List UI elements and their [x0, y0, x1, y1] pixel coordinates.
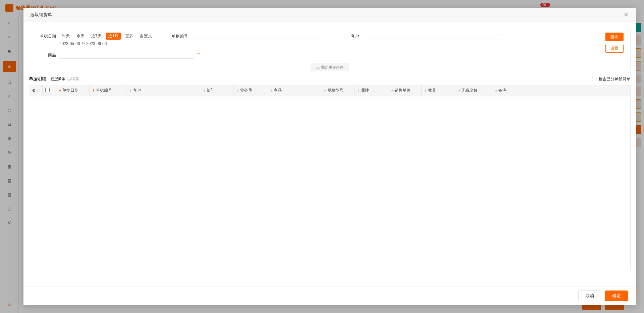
- filter-product: 商品 ···: [36, 51, 201, 59]
- filter-bill-date: 单据日期 昨天 今天 近7天 近1月 更多 自定义 2023: [36, 33, 154, 47]
- filter-label-product: 商品: [36, 51, 59, 59]
- detail-title: 单据明细: [29, 76, 46, 82]
- query-button[interactable]: 查询: [605, 33, 624, 41]
- date-chip-yesterday[interactable]: 昨天: [59, 33, 72, 40]
- column-settings-icon[interactable]: ⚙: [29, 85, 43, 96]
- filter-panel: 单据日期 昨天 今天 近7天 近1月 更多 自定义 2023: [29, 27, 631, 71]
- close-icon[interactable]: ✕: [623, 11, 629, 18]
- chevron-up-icon: ︽: [316, 65, 320, 69]
- col-attr[interactable]: ▲▼属性: [355, 85, 388, 96]
- include-allocated-label: 包含已分摊销货单: [598, 76, 631, 82]
- filter-actions: 查询 设置: [605, 33, 624, 53]
- date-chip-1m[interactable]: 近1月: [106, 33, 121, 40]
- customer-input[interactable]: [362, 33, 496, 40]
- date-chip-7d[interactable]: 近7天: [89, 33, 104, 40]
- col-salesperson[interactable]: ▲▼业务员: [234, 85, 267, 96]
- filter-label-date: 单据日期: [36, 33, 59, 40]
- date-chip-today[interactable]: 今天: [74, 33, 87, 40]
- collapse-label: 收起更多条件: [321, 65, 343, 69]
- modal-footer: 取消 确定: [23, 286, 636, 305]
- filter-bill-code: 单据编号: [168, 33, 325, 47]
- settings-button[interactable]: 设置: [605, 44, 624, 53]
- date-range-display: 2023-05-06 至 2023-06-06: [59, 41, 154, 47]
- detail-table: ⚙ ▲▼单据日期 ▲▼单据编号 ▲▼客户 ▲▼部门 ▲▼业务员 ▲▼商品 ▲▼规…: [29, 85, 631, 96]
- include-allocated-checkbox[interactable]: [592, 77, 596, 81]
- bill-code-input[interactable]: [191, 33, 325, 40]
- collapse-bar: ︽收起更多条件: [36, 63, 624, 71]
- col-bill-date[interactable]: ▲▼单据日期: [56, 85, 90, 96]
- modal-overlay[interactable]: 选取销货单 ✕ 单据日期 昨天 今天 近7天 近1月: [0, 0, 644, 313]
- filter-customer: 客户 ···: [339, 33, 503, 47]
- product-picker-icon[interactable]: ···: [196, 51, 201, 56]
- date-from: 2023-05-06: [59, 41, 80, 46]
- table-body-empty: [29, 96, 631, 271]
- filter-label-customer: 客户: [339, 33, 362, 40]
- confirm-button[interactable]: 确定: [605, 290, 628, 301]
- date-to: 2023-06-06: [86, 41, 107, 46]
- select-all-checkbox[interactable]: [45, 88, 50, 92]
- selected-count: 已选0条: [51, 76, 65, 82]
- col-qty[interactable]: ▲▼数量: [422, 85, 455, 96]
- col-spec[interactable]: ▲▼规格型号: [321, 85, 355, 96]
- cancel-button[interactable]: 取消: [578, 290, 601, 301]
- col-bill-code[interactable]: ▲▼单据编号: [90, 85, 126, 96]
- col-customer[interactable]: ▲▼客户: [126, 85, 200, 96]
- date-chip-more[interactable]: 更多: [123, 33, 136, 40]
- product-input[interactable]: [59, 51, 194, 59]
- col-unit[interactable]: ▲▼销售单位: [388, 85, 422, 96]
- modal-body: 单据日期 昨天 今天 近7天 近1月 更多 自定义 2023: [23, 21, 636, 286]
- date-sep: 至: [81, 41, 85, 46]
- modal-header: 选取销货单 ✕: [23, 8, 636, 21]
- select-sales-order-modal: 选取销货单 ✕ 单据日期 昨天 今天 近7天 近1月: [23, 8, 636, 305]
- collapse-filters-toggle[interactable]: ︽收起更多条件: [311, 63, 349, 71]
- col-amount[interactable]: ▲▼无税金额: [455, 85, 492, 96]
- table-horizontal-scrollbar[interactable]: [29, 96, 630, 101]
- detail-head: 单据明细 已选0条 | 共0条 包含已分摊销货单: [29, 76, 631, 82]
- date-chip-custom[interactable]: 自定义: [138, 33, 154, 40]
- customer-picker-icon[interactable]: ···: [499, 33, 503, 37]
- filter-label-code: 单据编号: [168, 33, 191, 40]
- select-all-cell: [43, 85, 56, 96]
- date-chip-row: 昨天 今天 近7天 近1月 更多 自定义: [59, 33, 154, 40]
- col-remark[interactable]: ▲▼备注: [492, 85, 631, 96]
- col-product[interactable]: ▲▼商品: [267, 85, 321, 96]
- table-header-row: ⚙ ▲▼单据日期 ▲▼单据编号 ▲▼客户 ▲▼部门 ▲▼业务员 ▲▼商品 ▲▼规…: [29, 85, 631, 96]
- col-dept[interactable]: ▲▼部门: [200, 85, 234, 96]
- modal-title: 选取销货单: [30, 12, 52, 18]
- total-count: | 共0条: [67, 76, 79, 82]
